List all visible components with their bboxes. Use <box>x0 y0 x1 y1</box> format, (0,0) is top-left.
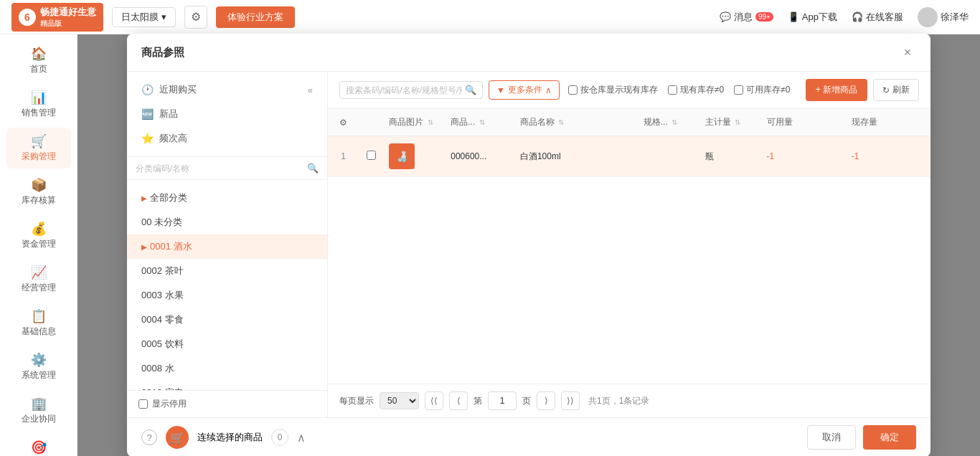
row-checkbox-cell[interactable] <box>359 136 383 177</box>
sidebar-item-system[interactable]: ⚙️ 系统管理 <box>6 346 71 387</box>
refresh-icon: ↻ <box>882 85 890 95</box>
total-info: 共1页，1条记录 <box>588 395 649 407</box>
trial-button[interactable]: 体验行业方案 <box>216 6 295 28</box>
nav-dropdown[interactable]: 日太阳膜 ▾ <box>112 7 176 27</box>
page-size-select[interactable]: 50 100 200 <box>380 392 419 409</box>
prev-page-button[interactable]: ⟨ <box>449 391 468 410</box>
frequent-icon: ⭐ <box>141 133 154 144</box>
purchase-icon: 🛒 <box>31 133 47 149</box>
confirm-button[interactable]: 确定 <box>863 425 916 450</box>
category-list: ▶ 全部分类 00 未分类 ▶ 0001 酒水 0002 茶 <box>127 180 327 390</box>
category-search-icon[interactable]: 🔍 <box>307 163 319 174</box>
tab-new-product[interactable]: 🆕 新品 <box>136 103 319 125</box>
settings-button[interactable]: ⚙ <box>184 6 207 29</box>
cart-icon[interactable]: 🛒 <box>166 426 189 449</box>
sidebar-item-sales[interactable]: 📊 销售管理 <box>6 84 71 125</box>
collapse-cart-button[interactable]: ∧ <box>297 431 306 445</box>
category-all[interactable]: ▶ 全部分类 <box>127 186 327 210</box>
left-tabs: 🕐 近期购买 « 🆕 新品 ⭐ 频次高 <box>127 72 327 157</box>
row-unit: 瓶 <box>699 136 761 177</box>
corp-icon: 🏢 <box>31 396 47 412</box>
sort-icon-5: ⇅ <box>735 118 740 126</box>
th-unit[interactable]: 主计量 ⇅ <box>699 109 761 136</box>
checkbox-warehouse[interactable]: 按仓库显示现有库存 <box>568 84 658 96</box>
guide-icon: 🎯 <box>31 440 47 455</box>
modal-title: 商品参照 <box>141 46 184 60</box>
row-spec <box>638 136 699 177</box>
sidebar-item-purchase[interactable]: 🛒 采购管理 <box>6 128 71 168</box>
sort-icon-3: ⇅ <box>558 118 564 126</box>
sidebar-item-corp[interactable]: 🏢 企业协同 <box>6 390 71 431</box>
row-checkbox[interactable] <box>367 151 376 160</box>
last-page-button[interactable]: ⟩⟩ <box>561 391 580 410</box>
page-number-input[interactable] <box>488 391 517 410</box>
sidebar-item-basic[interactable]: 📋 基础信息 <box>6 303 71 343</box>
th-available[interactable]: 可用量 <box>761 109 846 136</box>
sidebar-item-business[interactable]: 📈 经营管理 <box>6 259 71 300</box>
product-search-box: 🔍 <box>339 81 483 99</box>
row-num: 1 <box>328 136 359 177</box>
content-area: 商品参照 × 🕐 近期购买 « <box>77 34 980 456</box>
sidebar: 🏠 首页 📊 销售管理 🛒 采购管理 📦 库存核算 💰 资金管理 📈 经营管理 … <box>0 34 77 456</box>
category-wine[interactable]: ▶ 0001 酒水 <box>127 234 327 259</box>
search-icon[interactable]: 🔍 <box>465 85 476 95</box>
tab-recent-purchase[interactable]: 🕐 近期购买 « <box>136 79 319 100</box>
category-appliance[interactable]: 0010 家电 <box>127 381 327 390</box>
sidebar-item-finance[interactable]: 💰 资金管理 <box>6 215 71 256</box>
sidebar-item-guide[interactable]: 🎯 新手引导 <box>6 434 71 456</box>
help-button[interactable]: ? <box>141 429 157 445</box>
add-product-button[interactable]: + 新增商品 <box>806 79 867 101</box>
tab-frequent[interactable]: ⭐ 频次高 <box>136 128 319 149</box>
category-snack[interactable]: 0004 零食 <box>127 308 327 332</box>
app-download-btn[interactable]: 📱 App下载 <box>788 11 837 24</box>
next-page-button[interactable]: ⟩ <box>537 391 555 410</box>
checkbox-available-nonzero[interactable]: 可用库存≠0 <box>734 84 790 96</box>
table-row[interactable]: 1 🍶 000600... 白酒100ml <box>328 136 930 177</box>
notification-btn[interactable]: 💬 消息 99+ <box>720 11 773 24</box>
category-search-input[interactable] <box>136 163 303 174</box>
th-code[interactable]: 商品... ⇅ <box>445 109 514 136</box>
category-fruit[interactable]: 0003 水果 <box>127 283 327 308</box>
th-name[interactable]: 商品名称 ⇅ <box>514 109 638 136</box>
sales-icon: 📊 <box>31 90 47 105</box>
checkbox-available-nonzero-input[interactable] <box>734 85 743 95</box>
logo-icon: 6 <box>19 9 36 26</box>
sidebar-item-home[interactable]: 🏠 首页 <box>6 40 71 81</box>
cart-label: 连续选择的商品 <box>197 431 263 444</box>
th-settings[interactable]: ⚙ <box>328 109 359 136</box>
th-image[interactable]: 商品图片 ⇅ <box>383 109 445 136</box>
category-search-bar: 🔍 <box>127 157 327 180</box>
refresh-button[interactable]: ↻ 刷新 <box>873 79 919 101</box>
modal-close-button[interactable]: × <box>899 44 916 61</box>
recent-icon: 🕐 <box>141 84 154 95</box>
product-thumbnail: 🍶 <box>389 143 415 169</box>
left-panel: 🕐 近期购买 « 🆕 新品 ⭐ 频次高 <box>127 72 328 417</box>
show-disabled-checkbox[interactable] <box>138 399 148 409</box>
cancel-button[interactable]: 取消 <box>807 425 856 450</box>
filter-checkboxes: 按仓库显示现有库存 现有库存≠0 可用库存≠0 <box>568 84 791 96</box>
user-menu[interactable]: 徐泽华 <box>918 7 969 27</box>
page-text: 页 <box>522 395 531 407</box>
category-water[interactable]: 0008 水 <box>127 356 327 381</box>
chevron-down-icon: ▾ <box>161 11 166 22</box>
th-stock[interactable]: 现存量 <box>846 109 930 136</box>
product-search-input[interactable] <box>346 85 462 95</box>
table-header-row: ⚙ 商品图片 ⇅ 商品... ⇅ <box>328 109 930 136</box>
online-service-btn[interactable]: 🎧 在线客服 <box>852 11 903 24</box>
nav-right: 💬 消息 99+ 📱 App下载 🎧 在线客服 徐泽华 <box>720 7 969 27</box>
checkbox-warehouse-input[interactable] <box>568 85 578 95</box>
row-image-cell: 🍶 <box>383 136 445 177</box>
category-uncategorized[interactable]: 00 未分类 <box>127 210 327 234</box>
collapse-icon[interactable]: « <box>308 85 313 95</box>
checkbox-stock-nonzero-input[interactable] <box>668 85 677 95</box>
inventory-icon: 📦 <box>31 177 47 193</box>
sidebar-item-inventory[interactable]: 📦 库存核算 <box>6 171 71 212</box>
filter-button[interactable]: ▼ 更多条件 ∧ <box>489 80 560 100</box>
business-icon: 📈 <box>31 265 47 280</box>
checkbox-stock-nonzero[interactable]: 现有库存≠0 <box>668 84 724 96</box>
th-spec[interactable]: 规格... ⇅ <box>638 109 699 136</box>
show-disabled-bar: 显示停用 <box>127 390 327 417</box>
category-drinks[interactable]: 0005 饮料 <box>127 332 327 356</box>
category-tea[interactable]: 0002 茶叶 <box>127 259 327 283</box>
first-page-button[interactable]: ⟨⟨ <box>425 391 443 410</box>
